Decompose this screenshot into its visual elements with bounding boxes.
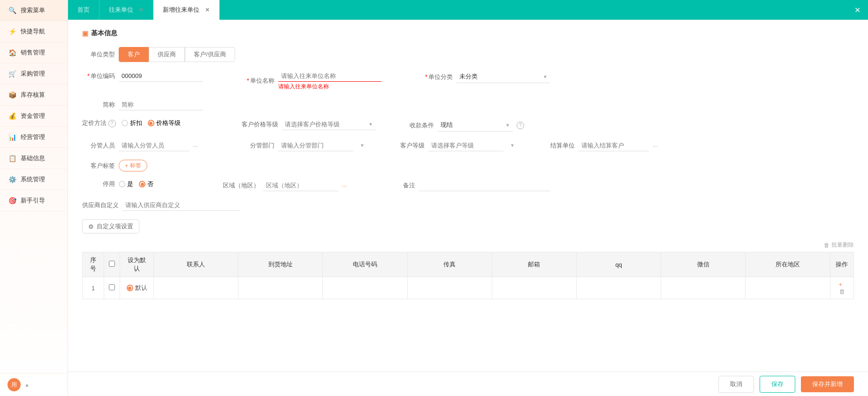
manager-more-btn[interactable]: ··· xyxy=(191,142,200,149)
type-btn-both[interactable]: 客户/供应商 xyxy=(185,47,235,62)
unit-name-label: *单位名称 xyxy=(242,77,274,85)
batch-delete-button[interactable]: 🗑 批量删除 xyxy=(824,241,854,249)
region-more-btn[interactable]: ··· xyxy=(340,182,349,189)
remark-input[interactable] xyxy=(419,180,550,191)
dept-select[interactable]: ▼ xyxy=(278,140,353,151)
type-btn-customer[interactable]: 客户 xyxy=(119,47,149,62)
main-area: 首页 往来单位 ✕ 新增往来单位 ✕ ✕ ▣ 基本信息 单位类型 客户 供应商 xyxy=(68,0,868,396)
table-actions: 🗑 批量删除 xyxy=(82,241,854,249)
sidebar-item-inventory[interactable]: 📦 库存核算 xyxy=(0,85,68,106)
sidebar-item-finance[interactable]: 💰 资金管理 xyxy=(0,106,68,127)
row-contact-cell[interactable] xyxy=(154,277,238,299)
window-close-button[interactable]: ✕ xyxy=(847,6,868,15)
delete-row-btn[interactable]: 🗑 xyxy=(839,288,845,295)
row-region-cell[interactable] xyxy=(746,277,830,299)
row-checkbox-cell[interactable] xyxy=(104,277,120,299)
abbr-row: 简称 xyxy=(82,99,854,110)
settlement-label: 结算单位 xyxy=(542,141,575,150)
tab-new-partner[interactable]: 新增往来单位 ✕ xyxy=(153,0,220,20)
row-wechat-cell[interactable] xyxy=(661,277,746,299)
cancel-button[interactable]: 取消 xyxy=(718,376,754,393)
row-action-cell: + 🗑 xyxy=(830,277,853,299)
sidebar-item-operation-label: 经营管理 xyxy=(21,133,45,141)
unit-name-input[interactable] xyxy=(278,70,381,82)
pricing-radio-discount[interactable]: 折扣 xyxy=(122,119,142,127)
unit-code-name-row: *单位编码 *单位名称 请输入往来单位名称 *单位分类 未分类 xyxy=(82,70,854,91)
sidebar-item-quick-nav[interactable]: ⚡ 快捷导航 xyxy=(0,21,68,42)
sidebar-item-purchase[interactable]: 🛒 采购管理 xyxy=(0,63,68,85)
row-region-input[interactable] xyxy=(750,285,825,292)
gear-icon: ⚙️ xyxy=(8,175,17,184)
customer-price-input[interactable] xyxy=(285,121,368,128)
save-new-button[interactable]: 保存并新增 xyxy=(801,376,854,392)
qq-input[interactable] xyxy=(581,285,656,292)
supplier-custom-row: 供应商自定义 xyxy=(82,200,854,211)
cart-icon: 🛒 xyxy=(8,69,17,78)
manager-input[interactable] xyxy=(119,140,189,151)
tag-btn-label: 标签 xyxy=(130,162,141,170)
row-checkbox[interactable] xyxy=(109,284,115,290)
row-email-cell[interactable] xyxy=(492,277,576,299)
row-default-radio[interactable]: 默认 xyxy=(125,284,149,292)
sidebar-item-guide[interactable]: 🎯 新手引导 xyxy=(0,190,68,211)
email-input[interactable] xyxy=(497,285,571,292)
dept-arrow-icon: ▼ xyxy=(360,143,365,148)
yes-label: 是 xyxy=(127,180,133,188)
row-phone-cell[interactable] xyxy=(323,277,407,299)
sidebar-item-sales[interactable]: 🏠 销售管理 xyxy=(0,42,68,63)
disabled-radio-yes[interactable]: 是 xyxy=(119,180,133,188)
region-input[interactable] xyxy=(263,180,338,191)
select-all-checkbox[interactable] xyxy=(109,261,115,267)
settlement-input[interactable] xyxy=(579,140,649,151)
fax-input[interactable] xyxy=(412,285,487,292)
supplier-custom-input[interactable] xyxy=(122,200,240,211)
add-row-btn[interactable]: + xyxy=(839,281,843,288)
wechat-input[interactable] xyxy=(666,285,740,292)
save-button[interactable]: 保存 xyxy=(760,376,795,393)
unit-category-select[interactable]: 未分类 ▼ xyxy=(457,70,550,83)
sidebar-item-search[interactable]: 🔍 搜索菜单 xyxy=(0,0,68,21)
table-row: 1 默认 xyxy=(83,277,854,299)
supplier-custom-label: 供应商自定义 xyxy=(82,201,119,210)
pricing-radio-level[interactable]: 价格等级 xyxy=(148,119,181,127)
customer-level-input[interactable] xyxy=(431,142,510,149)
add-tag-button[interactable]: + 标签 xyxy=(119,160,147,171)
batch-delete-label: 批量删除 xyxy=(831,241,854,249)
col-email: 邮箱 xyxy=(492,252,576,277)
target-icon: 🎯 xyxy=(8,196,17,205)
pricing-help-icon[interactable]: ? xyxy=(108,120,116,127)
custom-settings-button[interactable]: ⚙ 自定义项设置 xyxy=(82,219,139,233)
discount-radio-circle xyxy=(122,120,128,126)
sidebar-item-basic-label: 基础信息 xyxy=(21,154,45,163)
settlement-more-btn[interactable]: ··· xyxy=(651,142,660,149)
section-title: ▣ 基本信息 xyxy=(82,29,854,38)
phone-input[interactable] xyxy=(327,285,402,292)
tab-partners-close[interactable]: ✕ xyxy=(139,7,144,13)
tab-bar: 首页 往来单位 ✕ 新增往来单位 ✕ ✕ xyxy=(68,0,868,20)
section-title-text: 基本信息 xyxy=(91,29,117,38)
level-radio-circle xyxy=(148,120,154,126)
sidebar-item-operation[interactable]: 📊 经营管理 xyxy=(0,127,68,148)
sidebar-item-system[interactable]: ⚙️ 系统管理 xyxy=(0,169,68,190)
row-address-cell[interactable] xyxy=(238,277,323,299)
customer-tag-row: 客户标签 + 标签 xyxy=(82,160,854,171)
address-input[interactable] xyxy=(243,285,318,292)
disabled-radio-no[interactable]: 否 xyxy=(139,180,153,188)
sidebar-item-basic[interactable]: 📋 基础信息 xyxy=(0,148,68,169)
abbr-input[interactable] xyxy=(119,99,203,110)
row-fax-cell[interactable] xyxy=(407,277,492,299)
customer-price-select[interactable]: ▼ xyxy=(282,119,376,130)
tab-home[interactable]: 首页 xyxy=(68,0,99,20)
unit-code-input[interactable] xyxy=(119,70,203,82)
dept-input[interactable] xyxy=(281,142,360,149)
payment-terms-select[interactable]: 现结 ▼ xyxy=(438,119,513,132)
tab-partners[interactable]: 往来单位 ✕ xyxy=(99,0,153,20)
payment-help-icon[interactable]: ? xyxy=(517,122,524,129)
row-qq-cell[interactable] xyxy=(576,277,661,299)
customer-level-field: 客户等级 ▼ xyxy=(392,140,533,151)
customer-level-select[interactable]: ▼ xyxy=(428,140,503,151)
type-btn-supplier[interactable]: 供应商 xyxy=(149,47,185,62)
tab-new-partner-close[interactable]: ✕ xyxy=(205,7,210,13)
col-checkbox[interactable] xyxy=(104,252,120,277)
contact-input[interactable] xyxy=(159,285,233,292)
